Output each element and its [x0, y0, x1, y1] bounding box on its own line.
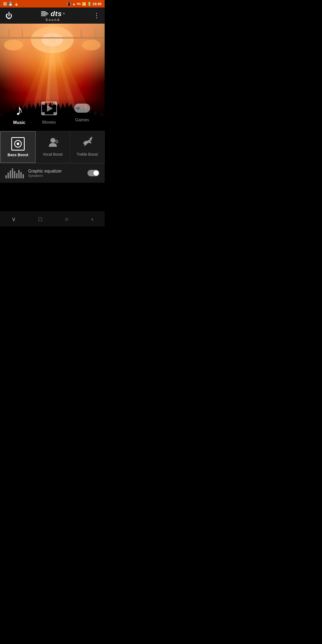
- eq-bar-5: [14, 171, 15, 178]
- svg-point-14: [0, 109, 105, 126]
- movies-icon: [41, 101, 57, 118]
- photo-icon: 🖼: [3, 2, 7, 6]
- dts-text: dts: [51, 10, 62, 18]
- svg-marker-3: [27, 32, 52, 131]
- eq-bar-1: [5, 175, 7, 178]
- status-icons-left: 🖼 💾 🔥: [3, 2, 19, 6]
- games-icon: [73, 101, 92, 116]
- eq-bar-9: [23, 174, 24, 178]
- disc-line-2: [41, 12, 47, 13]
- treble-boost-label: Treble Boost: [77, 152, 98, 156]
- app-header: ⏻ dts ® Sound ⋮: [0, 8, 105, 24]
- bass-boost-icon: [11, 137, 25, 151]
- status-bar: 🖼 💾 🔥 📳 ▲ 4G 📶 🔋 19:30: [0, 0, 105, 8]
- concert-image: ♪ Music Movies: [0, 24, 105, 131]
- treble-boost-button[interactable]: Treble Boost: [70, 131, 104, 163]
- svg-point-24: [85, 106, 86, 108]
- music-label: Music: [13, 120, 25, 125]
- games-label: Games: [75, 118, 89, 122]
- equalizer-row: Graphic equalizer Speakers: [0, 163, 105, 183]
- network-4g: 4G: [77, 2, 81, 5]
- eq-bar-4: [12, 168, 13, 178]
- disc-line-5: [41, 16, 46, 16]
- svg-marker-5: [13, 32, 52, 131]
- sound-label: Sound: [46, 18, 60, 22]
- svg-rect-9: [0, 37, 105, 39]
- nav-bar: ∨ □ ○ ‹: [0, 211, 105, 226]
- movies-label: Movies: [42, 120, 56, 125]
- nav-down-button[interactable]: ∨: [6, 213, 21, 225]
- eq-bar-2: [8, 173, 9, 178]
- svg-point-7: [4, 40, 23, 50]
- svg-rect-13: [95, 29, 97, 38]
- flame-icon: 🔥: [14, 2, 19, 6]
- svg-point-27: [82, 107, 84, 109]
- dts-wordmark: dts ®: [41, 10, 65, 18]
- toggle-knob: [93, 170, 99, 176]
- svg-point-1: [42, 33, 63, 46]
- eq-bar-7: [18, 170, 20, 178]
- disc-line-3: [41, 13, 49, 14]
- svg-point-26: [85, 108, 86, 110]
- equalizer-text: Graphic equalizer Speakers: [28, 169, 83, 178]
- sd-icon: 💾: [8, 2, 13, 6]
- svg-rect-11: [21, 29, 23, 38]
- disc-line-4: [41, 14, 47, 15]
- eq-bar-8: [20, 172, 22, 178]
- vocal-boost-icon: [47, 137, 59, 150]
- concert-background: ♪ Music Movies: [0, 24, 105, 131]
- music-icon: ♪: [16, 101, 23, 119]
- svg-rect-17: [53, 102, 57, 105]
- light-rays: [0, 24, 105, 131]
- svg-marker-2: [43, 32, 62, 131]
- svg-rect-16: [42, 102, 45, 105]
- more-options-button[interactable]: ⋮: [93, 12, 99, 19]
- svg-rect-18: [42, 112, 45, 115]
- bass-boost-button[interactable]: Bass Boost: [0, 131, 36, 163]
- equalizer-title: Graphic equalizer: [28, 169, 83, 174]
- category-music[interactable]: ♪ Music: [13, 101, 25, 125]
- svg-rect-23: [76, 108, 80, 109]
- wifi-icon: ▲: [72, 2, 76, 6]
- svg-marker-6: [52, 32, 99, 131]
- status-time: 19:30: [93, 2, 101, 6]
- svg-rect-21: [74, 104, 90, 113]
- nav-square-button[interactable]: □: [33, 213, 47, 225]
- disc-line-1: [41, 11, 46, 12]
- category-movies[interactable]: Movies: [41, 101, 57, 125]
- treble-boost-icon: [81, 137, 93, 150]
- nav-home-button[interactable]: ○: [60, 213, 74, 225]
- svg-rect-10: [8, 29, 10, 38]
- boost-row: Bass Boost Vocal Boost Treble Boost: [0, 131, 105, 163]
- svg-point-25: [87, 107, 89, 109]
- equalizer-toggle[interactable]: [87, 170, 99, 176]
- svg-marker-4: [52, 32, 83, 131]
- dts-logo: dts ® Sound: [41, 10, 65, 22]
- svg-rect-19: [53, 112, 57, 115]
- power-button[interactable]: ⏻: [5, 12, 12, 20]
- eq-bar-3: [10, 170, 11, 178]
- equalizer-icon: [5, 168, 24, 178]
- svg-marker-20: [47, 105, 53, 112]
- svg-point-0: [31, 26, 74, 53]
- vocal-boost-button[interactable]: Vocal Boost: [36, 131, 70, 163]
- bass-boost-label: Bass Boost: [8, 153, 28, 157]
- battery-icon: 🔋: [87, 2, 92, 6]
- svg-rect-15: [42, 102, 57, 115]
- equalizer-subtitle: Speakers: [28, 174, 83, 178]
- svg-rect-12: [80, 29, 82, 38]
- svg-rect-22: [78, 106, 78, 110]
- category-games[interactable]: Games: [73, 101, 92, 122]
- registered-mark: ®: [63, 12, 65, 15]
- svg-point-8: [82, 40, 101, 50]
- signal-icon: 📶: [82, 2, 86, 6]
- crowd-silhouette: [0, 96, 105, 131]
- vibrate-icon: 📳: [67, 2, 71, 6]
- eq-bar-6: [16, 173, 17, 178]
- disc-icon: [41, 11, 49, 16]
- nav-back-button[interactable]: ‹: [86, 213, 98, 225]
- category-row: ♪ Music Movies: [0, 99, 105, 131]
- vocal-boost-label: Vocal Boost: [43, 152, 63, 156]
